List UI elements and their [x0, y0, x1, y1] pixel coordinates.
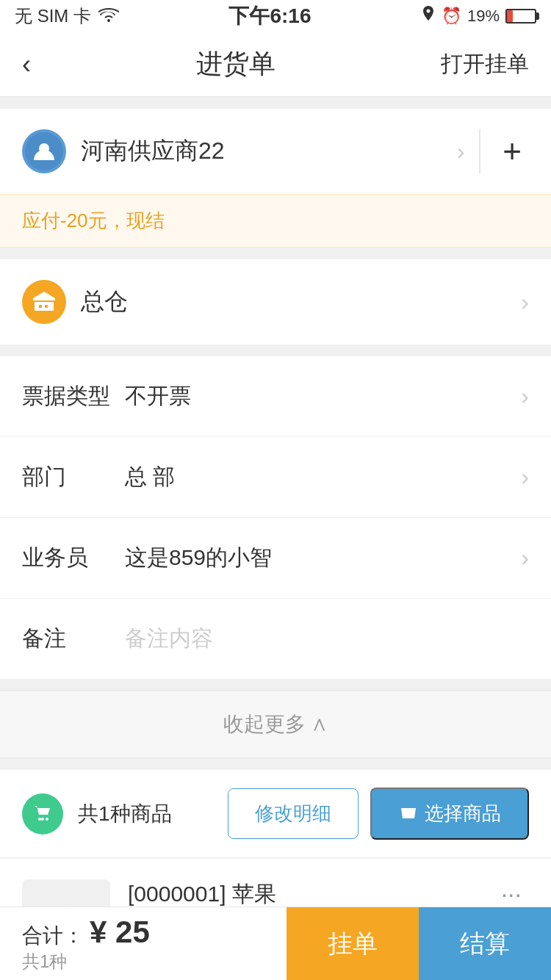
product-title-name: 苹果	[232, 882, 276, 906]
more-options-button[interactable]: ···	[494, 879, 529, 908]
product-count-text: 共1种商品	[78, 800, 228, 828]
hang-button[interactable]: 挂单	[287, 907, 419, 980]
total-count: 共1种	[22, 950, 264, 973]
select-product-label: 选择商品	[425, 801, 501, 826]
select-product-button[interactable]: 选择商品	[370, 788, 529, 840]
basket-icon	[398, 804, 419, 824]
checkout-button[interactable]: 结算	[419, 907, 551, 980]
wifi-icon	[98, 6, 119, 26]
total-section: 合计： ¥ 25 共1种	[0, 915, 287, 973]
bottom-bar: 合计： ¥ 25 共1种 挂单 结算	[0, 907, 551, 980]
department-label: 部门	[22, 462, 125, 492]
carrier-text: 无 SIM 卡	[15, 4, 91, 28]
modify-detail-button[interactable]: 修改明细	[228, 788, 359, 839]
invoice-value: 不开票	[125, 381, 521, 411]
warehouse-name: 总仓	[81, 286, 521, 318]
status-time: 下午6:16	[228, 2, 311, 30]
avatar-inner	[25, 132, 63, 170]
divider	[479, 129, 480, 173]
notice-bar: 应付-20元，现结	[0, 194, 551, 248]
nav-bar: ‹ 进货单 打开挂单	[0, 32, 551, 97]
supplier-row[interactable]: 河南供应商22 › +	[0, 109, 551, 194]
remark-label: 备注	[22, 624, 125, 654]
open-pending-button[interactable]: 打开挂单	[441, 49, 529, 79]
status-bar: 无 SIM 卡 下午6:16 ⏰ 19%	[0, 0, 551, 32]
svg-point-1	[38, 818, 41, 821]
collapse-bar[interactable]: 收起更多 ∧	[0, 691, 551, 758]
total-amount: ¥ 25	[90, 915, 150, 950]
remark-row[interactable]: 备注 备注内容	[0, 599, 551, 679]
supplier-name: 河南供应商22	[81, 135, 457, 167]
invoice-row[interactable]: 票据类型 不开票 ›	[0, 356, 551, 437]
chevron-right-icon: ›	[457, 138, 465, 165]
salesman-label: 业务员	[22, 543, 125, 573]
status-right: ⏰ 19%	[421, 6, 536, 26]
form-section: 票据类型 不开票 › 部门 总 部 › 业务员 这是859的小智 › 备注 备注…	[0, 356, 551, 679]
supplier-section: 河南供应商22 › + 应付-20元，现结	[0, 109, 551, 248]
add-button[interactable]: +	[495, 133, 529, 170]
gap-1	[0, 97, 551, 109]
department-row[interactable]: 部门 总 部 ›	[0, 437, 551, 518]
salesman-row[interactable]: 业务员 这是859的小智 ›	[0, 518, 551, 599]
invoice-chevron-icon: ›	[521, 383, 529, 410]
salesman-value: 这是859的小智	[125, 543, 521, 573]
product-name: [0000001] 苹果	[128, 879, 494, 909]
location-icon	[421, 6, 436, 26]
total-label: 合计：	[22, 922, 84, 950]
battery-percent: 19%	[467, 7, 500, 26]
back-button[interactable]: ‹	[22, 49, 31, 80]
remark-input[interactable]: 备注内容	[125, 624, 529, 654]
status-left: 无 SIM 卡	[15, 4, 119, 28]
alarm-icon: ⏰	[442, 7, 461, 26]
product-toolbar: 共1种商品 修改明细 选择商品	[0, 770, 551, 857]
warehouse-icon	[22, 280, 66, 324]
page-title: 进货单	[196, 46, 276, 82]
warehouse-section[interactable]: 总仓 ›	[0, 259, 551, 345]
department-chevron-icon: ›	[521, 464, 529, 491]
cart-icon	[22, 793, 63, 835]
avatar	[22, 129, 66, 173]
invoice-label: 票据类型	[22, 381, 125, 411]
department-value: 总 部	[125, 462, 521, 492]
battery-icon	[505, 9, 536, 24]
product-code: [0000001]	[128, 882, 226, 906]
salesman-chevron-icon: ›	[521, 544, 529, 572]
svg-point-2	[46, 818, 48, 821]
warehouse-chevron-icon: ›	[521, 289, 529, 316]
